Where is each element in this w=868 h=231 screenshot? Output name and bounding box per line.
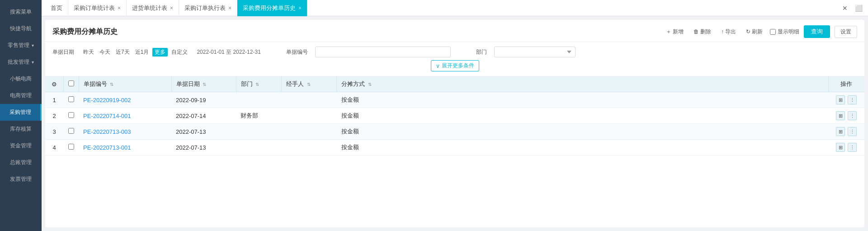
th-handler-label: 经手人: [286, 80, 304, 87]
tab-home-label: 首页: [51, 4, 62, 12]
dept-label: 部门: [476, 48, 487, 56]
refresh-button[interactable]: ↻ 刷新: [743, 26, 765, 38]
expand-conditions-button[interactable]: ∨ 展开更多条件: [431, 60, 479, 71]
tab-purchase-order-stats-close[interactable]: ×: [118, 5, 121, 11]
select-all-checkbox[interactable]: [68, 80, 74, 86]
date-option-today[interactable]: 今天: [98, 48, 112, 57]
row-checkbox[interactable]: [68, 112, 74, 118]
row-checkbox-cell[interactable]: [63, 124, 79, 140]
th-bill-date-label: 单据日期: [176, 80, 200, 87]
th-split-method[interactable]: 分摊方式 ⇅: [337, 76, 828, 92]
sidebar-item-invoice[interactable]: 发票管理: [0, 171, 42, 188]
tab-purchase-cost-history[interactable]: 采购费用分摊单历史 ×: [237, 0, 307, 16]
delete-button[interactable]: 🗑 删除: [691, 26, 714, 38]
filter-row-1: 单据日期 昨天 今天 近7天 近1月 更多 自定义 2022-01-01 至 2…: [52, 47, 857, 57]
date-option-1month[interactable]: 近1月: [133, 48, 151, 57]
tab-purchase-order-stats[interactable]: 采购订单统计表 ×: [68, 0, 127, 16]
th-bill-no[interactable]: 单据编号 ⇅: [79, 76, 171, 92]
sidebar-item-purchase[interactable]: 采购管理: [0, 104, 42, 121]
th-bill-date[interactable]: 单据日期 ⇅: [171, 76, 236, 92]
export-button[interactable]: ↑ 导出: [718, 26, 739, 38]
row-handler: [282, 92, 337, 108]
row-checkbox-cell[interactable]: [63, 108, 79, 124]
query-button[interactable]: 查询: [804, 25, 830, 38]
add-label: 新增: [673, 28, 684, 36]
tab-purchase-order-exec-close[interactable]: ×: [228, 5, 231, 11]
row-checkbox[interactable]: [68, 96, 74, 102]
row-dept: [236, 92, 282, 108]
dept-select[interactable]: 财务部: [494, 47, 576, 57]
maximize-window-button[interactable]: ⬜: [853, 3, 864, 14]
row-view-button[interactable]: ⊞: [836, 95, 845, 104]
row-view-button[interactable]: ⊞: [836, 111, 845, 120]
tab-purchase-order-exec[interactable]: 采购订单执行表 ×: [179, 0, 237, 16]
refresh-icon: ↻: [746, 28, 750, 35]
date-range-value: 2022-01-01 至 2022-12-31: [197, 48, 260, 56]
sidebar-item-finance[interactable]: 资金管理: [0, 137, 42, 154]
row-more-button[interactable]: ⋮: [848, 143, 857, 152]
sort-bill-date-icon: ⇅: [203, 82, 206, 87]
bill-no-link[interactable]: PE-20220713-003: [83, 128, 131, 135]
bill-no-link[interactable]: PE-20220714-001: [83, 113, 131, 119]
settings-button[interactable]: 设置: [835, 26, 857, 38]
row-view-button[interactable]: ⊞: [836, 143, 845, 152]
row-more-button[interactable]: ⋮: [848, 127, 857, 136]
th-split-method-label: 分摊方式: [341, 80, 365, 87]
sidebar-item-retail[interactable]: 零售管理 ▾: [0, 37, 42, 54]
row-dept: 财务部: [236, 108, 282, 124]
row-checkbox-cell[interactable]: [63, 92, 79, 108]
th-settings[interactable]: ⚙: [45, 76, 63, 92]
row-checkbox-cell[interactable]: [63, 140, 79, 156]
row-bill-date: 2022-07-13: [171, 124, 236, 140]
row-split-method: 按金额: [337, 140, 828, 156]
add-button[interactable]: ＋ 新增: [663, 26, 686, 38]
show-details-checkbox-label[interactable]: 显示明细: [770, 28, 799, 36]
table-row: 2 PE-20220714-001 2022-07-14 财务部 按金额 ⊞ ⋮: [45, 108, 864, 124]
show-details-checkbox[interactable]: [770, 29, 776, 35]
date-option-more[interactable]: 更多: [152, 48, 168, 57]
date-option-custom[interactable]: 自定义: [170, 48, 189, 57]
export-icon: ↑: [721, 28, 724, 35]
date-option-7days[interactable]: 近7天: [114, 48, 132, 57]
tab-inbound-stats-close[interactable]: ×: [170, 5, 173, 11]
sidebar-item-ecommerce-small[interactable]: 小畅电商: [0, 71, 42, 87]
tab-purchase-order-stats-label: 采购订单统计表: [74, 4, 115, 12]
bill-no-input[interactable]: [315, 47, 451, 57]
th-dept-label: 部门: [241, 80, 253, 87]
sidebar-item-label: 小畅电商: [2, 75, 40, 83]
th-dept[interactable]: 部门 ⇅: [236, 76, 282, 92]
row-handler: [282, 140, 337, 156]
sidebar-item-quicknav[interactable]: 快捷导航: [0, 20, 42, 37]
row-bill-date: 2022-07-13: [171, 140, 236, 156]
row-view-button[interactable]: ⊞: [836, 127, 845, 136]
row-more-button[interactable]: ⋮: [848, 111, 857, 120]
th-handler[interactable]: 经手人 ⇅: [282, 76, 337, 92]
row-handler: [282, 108, 337, 124]
bill-no-link[interactable]: PE-20220919-002: [83, 97, 131, 104]
th-check[interactable]: [63, 76, 79, 92]
tab-purchase-cost-history-close[interactable]: ×: [298, 5, 302, 11]
tab-inbound-stats[interactable]: 进货单统计表 ×: [127, 0, 179, 16]
sidebar-item-label: 电商管理: [2, 92, 40, 99]
date-option-yesterday[interactable]: 昨天: [81, 48, 96, 57]
row-more-button[interactable]: ⋮: [848, 95, 857, 104]
sidebar-item-ecommerce[interactable]: 电商管理: [0, 87, 42, 104]
data-table: ⚙ 单据编号 ⇅ 单据日期 ⇅: [45, 76, 864, 156]
table-row: 3 PE-20220713-003 2022-07-13 按金额 ⊞ ⋮: [45, 124, 864, 140]
close-window-button[interactable]: ✕: [840, 3, 849, 14]
bill-no-link[interactable]: PE-20220713-001: [83, 144, 131, 151]
sidebar-item-search[interactable]: 搜索菜单: [0, 4, 42, 20]
th-op-label: 操作: [840, 80, 852, 87]
sidebar-item-wholesale[interactable]: 批发管理 ▾: [0, 54, 42, 71]
sort-split-method-icon: ⇅: [368, 82, 372, 87]
row-checkbox[interactable]: [68, 128, 74, 134]
tab-home[interactable]: 首页: [45, 0, 68, 16]
sidebar-item-inventory[interactable]: 库存核算: [0, 121, 42, 137]
expand-label: 展开更多条件: [442, 62, 474, 70]
row-op: ⊞ ⋮: [828, 108, 864, 124]
sidebar-item-ledger[interactable]: 总账管理: [0, 154, 42, 171]
row-checkbox[interactable]: [68, 144, 74, 150]
row-dept: [236, 124, 282, 140]
row-op: ⊞ ⋮: [828, 140, 864, 156]
row-op: ⊞ ⋮: [828, 92, 864, 108]
